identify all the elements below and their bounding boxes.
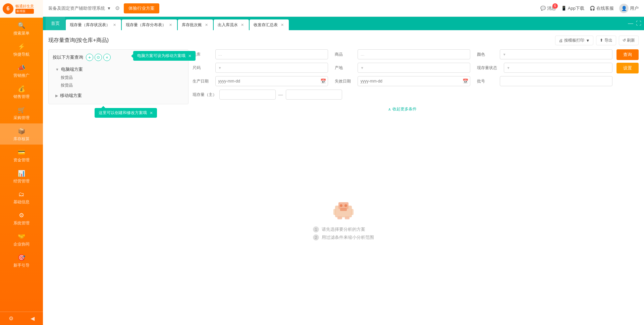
system-name: 装备及固定资产辅助管理系统 ▼ <box>48 5 111 11</box>
sidebar-item-label: 采购管理 <box>13 115 30 121</box>
stock-status-select[interactable]: ▼ <box>504 63 612 73</box>
search-menu-icon: 🔍 <box>18 22 25 29</box>
sidebar-collapse-btn[interactable]: ◀ <box>31 315 35 322</box>
edit-popover-close[interactable]: ✕ <box>150 111 153 115</box>
origin-select[interactable]: ▼ <box>358 63 470 73</box>
size-label: 尺码 <box>193 65 213 71</box>
tab-1[interactable]: 现存量（库存分布表） ✕ <box>122 19 177 30</box>
header-message[interactable]: 💬 消息 6 <box>540 5 556 11</box>
tab-maximize-icon[interactable]: ⛶ <box>636 20 641 26</box>
sidebar-item-inventory[interactable]: 📦 库存核算 <box>0 123 43 145</box>
sidebar: 6 畅通好生意 标准版 🔍 搜索菜单 ⚡ 快捷导航 📣 营销推广 💰 销售管理 … <box>0 0 43 325</box>
sidebar-item-enterprise[interactable]: 🤝 企业协同 <box>0 229 43 250</box>
tab-4-close-icon[interactable]: ✕ <box>280 22 285 28</box>
industry-btn[interactable]: 体验行业方案 <box>124 3 159 13</box>
plan-popover-text: 电脑方案可设为移动方案哦 <box>137 53 185 59</box>
batch-label: 批号 <box>477 78 497 84</box>
sidebar-nav: 🔍 搜索菜单 ⚡ 快捷导航 📣 营销推广 💰 销售管理 🛒 采购管理 📦 库存核… <box>0 18 43 312</box>
sidebar-item-label: 经营管理 <box>13 178 30 184</box>
warehouse-field: 仓库 … <box>193 49 328 59</box>
tab-0[interactable]: 现存量（库存状况表） ✕ <box>66 19 121 30</box>
sidebar-logo: 6 畅通好生意 标准版 <box>0 0 43 18</box>
query-btn[interactable]: 查询 <box>616 49 639 60</box>
logo-icon: 6 <box>3 3 13 14</box>
sidebar-item-operations[interactable]: 📊 经营管理 <box>0 166 43 187</box>
sidebar-item-guide[interactable]: 🎯 新手引导 <box>0 250 43 271</box>
expiry-date-field: 失效日期 📅 <box>335 76 470 86</box>
plan-popover-close[interactable]: ✕ <box>188 54 192 58</box>
sidebar-item-basic[interactable]: 🗂 基础信息 <box>0 187 43 208</box>
production-date-calendar-icon: 📅 <box>320 78 326 84</box>
collapse-up-icon: ∧ <box>388 107 391 112</box>
sidebar-item-marketing[interactable]: 📣 营销推广 <box>0 60 43 81</box>
tab-2-close-icon[interactable]: ✕ <box>204 22 209 28</box>
page-title: 现存量查询(按仓库+商品) <box>48 37 109 44</box>
size-select[interactable]: ▼ <box>215 63 328 73</box>
expiry-date-input[interactable] <box>358 76 470 86</box>
color-select[interactable]: ▼ <box>500 49 612 59</box>
origin-field: 产地 ▼ <box>335 63 470 73</box>
svg-rect-8 <box>345 217 350 219</box>
header-app[interactable]: 📱 App下载 <box>561 5 584 11</box>
stock-status-label: 现存量状态 <box>477 65 501 71</box>
plan-sub-item-0[interactable]: 按货品 <box>61 74 184 82</box>
template-print-btn[interactable]: 🖨 按模板打印 ▼ <box>555 36 593 45</box>
tab-minimize-icon[interactable]: — <box>628 20 633 26</box>
plan-tree-mobile[interactable]: ▶ 移动端方案 <box>55 91 184 100</box>
filter-copy-btn[interactable]: ⊙ <box>95 54 102 61</box>
sidebar-item-purchase[interactable]: 🛒 采购管理 <box>0 102 43 123</box>
plan-sub-item-1[interactable]: 按货品 <box>61 82 184 89</box>
export-icon: ⬆ <box>600 38 603 43</box>
tab-0-close-icon[interactable]: ✕ <box>112 22 117 28</box>
empty-tips: 1 请先选择要分析的方案 2 用过滤条件来缩小分析范围 <box>313 226 374 240</box>
header-support[interactable]: 🎧 在线客服 <box>590 5 614 11</box>
tip-text-1: 用过滤条件来缩小分析范围 <box>322 234 374 240</box>
goods-select[interactable]: … <box>358 49 470 59</box>
sidebar-item-finance[interactable]: 💳 资金管理 <box>0 145 43 166</box>
sidebar-item-quick-nav[interactable]: ⚡ 快捷导航 <box>0 39 43 60</box>
filter-add-btn[interactable]: + <box>86 54 93 61</box>
print-icon: 🖨 <box>559 38 563 43</box>
header-gear-icon[interactable]: ⚙ <box>115 5 120 11</box>
export-btn[interactable]: ⬆ 导出 <box>596 36 616 45</box>
mobile-plan-label: 移动端方案 <box>60 93 82 99</box>
plan-tree-desktop[interactable]: ▼ 电脑端方案 <box>55 65 184 74</box>
tab-1-close-icon[interactable]: ✕ <box>168 22 173 28</box>
batch-input[interactable] <box>500 76 612 86</box>
warehouse-select[interactable]: … <box>215 49 328 59</box>
sidebar-item-search-menu[interactable]: 🔍 搜索菜单 <box>0 18 43 39</box>
sidebar-item-label: 库存核算 <box>13 136 30 142</box>
app-label: App下载 <box>568 5 584 11</box>
svg-rect-5 <box>333 209 336 215</box>
header-user[interactable]: 👤 用户 <box>619 4 639 13</box>
reset-btn[interactable]: 设置 <box>616 63 639 73</box>
refresh-label: 刷新 <box>627 38 635 43</box>
stock-status-arrow: ▼ <box>507 66 510 70</box>
content-header: 现存量查询(按仓库+商品) 🖨 按模板打印 ▼ ⬆ 导出 ↺ 刷新 <box>48 36 639 45</box>
stock-main-to-input[interactable] <box>286 90 342 100</box>
stock-main-from-input[interactable] <box>219 90 276 100</box>
support-icon: 🎧 <box>590 6 595 11</box>
refresh-btn[interactable]: ↺ 刷新 <box>619 36 639 45</box>
tab-3-close-icon[interactable]: ✕ <box>240 22 245 28</box>
svg-point-3 <box>344 204 347 207</box>
plan-tree-sub: 按货品 按货品 <box>55 74 184 89</box>
empty-tip-0: 1 请先选择要分析的方案 <box>313 226 374 232</box>
plan-tree: ▼ 电脑端方案 按货品 按货品 ▶ 移动端方案 <box>53 65 184 100</box>
collapse-more-btn[interactable]: ∧ 收起更多条件 <box>193 106 613 112</box>
tab-4[interactable]: 收发存汇总表 ✕ <box>250 19 289 30</box>
filter-back-btn[interactable]: « <box>103 54 111 61</box>
tab-home[interactable]: 首页 <box>46 17 65 30</box>
message-badge: 6 <box>552 3 558 9</box>
sidebar-item-sales[interactable]: 💰 销售管理 <box>0 81 43 102</box>
tab-2[interactable]: 库存批次账 ✕ <box>178 19 213 30</box>
collapse-more-label: 收起更多条件 <box>392 106 417 112</box>
sidebar-settings-btn[interactable]: ⚙ <box>9 315 13 322</box>
tab-3-label: 出入库流水 <box>218 22 238 28</box>
tip-num-0: 1 <box>313 226 319 232</box>
tab-4-label: 收发存汇总表 <box>254 22 278 28</box>
tab-3[interactable]: 出入库流水 ✕ <box>214 19 249 30</box>
sidebar-item-system[interactable]: ⚙ 系统管理 <box>0 208 43 229</box>
sidebar-item-label: 系统管理 <box>13 220 30 226</box>
production-date-input[interactable] <box>215 76 328 86</box>
